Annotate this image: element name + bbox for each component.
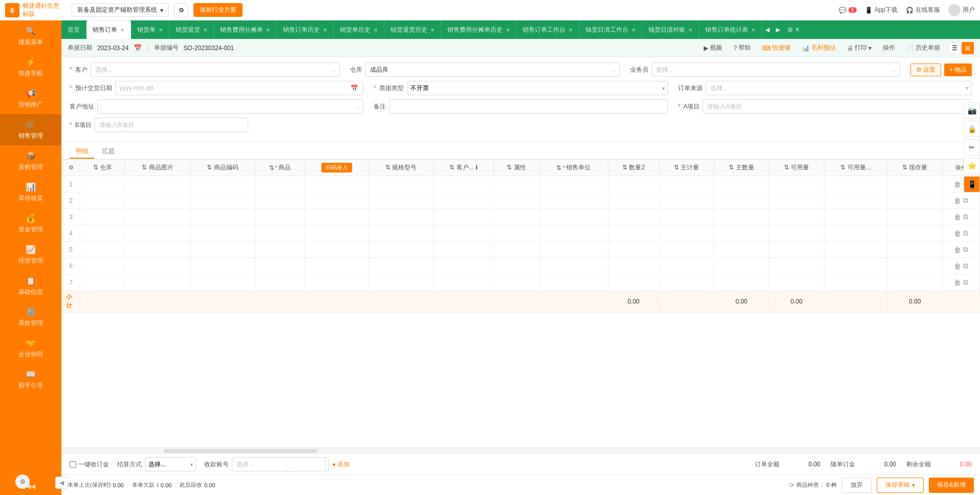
list-view-button[interactable]: ☰ bbox=[948, 42, 961, 54]
tab-close-cash-daily-workbench[interactable]: ✕ bbox=[631, 27, 636, 33]
th-settings[interactable]: ⚙ bbox=[62, 160, 80, 176]
invoice-type-select[interactable]: 不开票 增值税普通发票 增值税专用发票 bbox=[407, 81, 668, 95]
one-click-checkbox[interactable] bbox=[70, 461, 76, 468]
tab-nav-left[interactable]: ◀ bbox=[762, 26, 773, 33]
view-video-button[interactable]: ▶ 视频 bbox=[701, 42, 725, 53]
row-copy-icon[interactable]: ⧉ bbox=[963, 212, 968, 221]
row-delete-icon[interactable]: 🗑 bbox=[954, 278, 961, 287]
settlement-select[interactable]: 选择... bbox=[145, 457, 196, 471]
profit-estimate-button[interactable]: 📊 毛利预估 bbox=[799, 42, 839, 53]
tab-cash-reconcile[interactable]: 钱货日清对账 ✕ bbox=[642, 20, 699, 39]
order-source-arrow[interactable]: ▾ bbox=[966, 84, 969, 92]
tab-close-sales-expense-history[interactable]: ✕ bbox=[506, 27, 510, 33]
save-new-button[interactable]: 保存&新增 bbox=[929, 478, 974, 493]
rf-btn-mobile[interactable]: 📱 bbox=[964, 176, 980, 192]
message-button[interactable]: 💬 9 App下载 bbox=[839, 7, 857, 14]
scan-button[interactable]: 扫码录入 bbox=[321, 163, 352, 173]
row-delete-icon[interactable]: 🗑 bbox=[954, 262, 961, 270]
tab-close-sales-stats[interactable]: ✕ bbox=[751, 27, 755, 33]
a-project-input[interactable] bbox=[703, 99, 972, 114]
sidebar-collapse-button[interactable]: ◀ bbox=[55, 477, 68, 489]
sidebar-item-sales[interactable]: 🛒 销售管理 bbox=[0, 114, 61, 145]
salesperson-dots[interactable]: … bbox=[891, 66, 897, 73]
sidebar-item-inventory[interactable]: 📊 库存核算 bbox=[0, 177, 61, 208]
help-button[interactable]: ? 帮助 bbox=[730, 42, 754, 53]
add-goods-button[interactable]: + 物品 bbox=[944, 63, 972, 76]
discard-button[interactable]: 放弃 bbox=[842, 478, 872, 493]
sidebar-item-base-info[interactable]: 📋 基础信息 bbox=[0, 270, 61, 302]
sidebar-item-quick-nav[interactable]: ⚡ 快捷导航 bbox=[0, 52, 61, 83]
row-delete-icon[interactable]: 🗑 bbox=[954, 229, 961, 238]
tab-close-sales-bill-history[interactable]: ✕ bbox=[374, 27, 378, 33]
tab-sales-order-workbench[interactable]: 销售订单工作台 ✕ bbox=[516, 20, 579, 39]
tab-sales-expense[interactable]: 销售费用分摊单 ✕ bbox=[214, 20, 277, 39]
note-input[interactable] bbox=[389, 99, 667, 114]
rf-btn-edit[interactable]: ✏ bbox=[964, 139, 980, 156]
credit-info-icon[interactable]: ℹ bbox=[157, 482, 159, 488]
tab-more-button[interactable]: ⊞ ✕ bbox=[783, 26, 804, 33]
save-draft-button[interactable]: 保存草稿 ▾ bbox=[877, 478, 924, 493]
warehouse-input[interactable] bbox=[365, 62, 620, 77]
tab-close-sales-expense[interactable]: ✕ bbox=[266, 27, 270, 33]
th-scan[interactable]: 扫码录入 bbox=[304, 160, 368, 176]
row-copy-icon[interactable]: ⧉ bbox=[963, 245, 968, 254]
sidebar-item-marketing[interactable]: 📢 营销推广 bbox=[0, 83, 61, 114]
row-delete-icon[interactable]: 🗑 bbox=[954, 197, 961, 205]
sidebar-item-guide[interactable]: 📖 新手引导 bbox=[0, 364, 61, 395]
sidebar-toggle-button[interactable]: ◀◀ bbox=[0, 478, 61, 495]
tab-sales-order[interactable]: 销售订单 ✕ bbox=[86, 20, 131, 39]
tab-close-sales-order[interactable]: ✕ bbox=[120, 27, 124, 33]
tab-close-sales-return-history[interactable]: ✕ bbox=[430, 27, 434, 33]
customer-input[interactable] bbox=[91, 62, 340, 77]
tab-cash-daily-workbench[interactable]: 钱货日清工作台 ✕ bbox=[579, 20, 642, 39]
user-avatar[interactable]: 用户 bbox=[948, 4, 975, 16]
tab-summary[interactable]: 汇总 bbox=[96, 145, 121, 159]
tab-close-sales-bill[interactable]: ✕ bbox=[159, 27, 163, 33]
sidebar-item-search[interactable]: 🔍 搜索菜单 bbox=[0, 20, 61, 52]
tab-sales-bill-history[interactable]: 销货单历史 ✕ bbox=[334, 20, 384, 39]
horizontal-scrollbar[interactable] bbox=[61, 447, 980, 454]
calendar-icon[interactable]: 📅 bbox=[349, 84, 360, 92]
history-button[interactable]: 📄 历史单据 bbox=[903, 42, 943, 53]
tab-close-sales-order-workbench[interactable]: ✕ bbox=[569, 27, 573, 33]
add-payment-button[interactable]: ● 添加 bbox=[332, 460, 350, 469]
row-copy-icon[interactable]: ⧉ bbox=[963, 229, 968, 238]
shortcut-button[interactable]: ⌨ 快捷键 bbox=[759, 42, 794, 53]
tab-sales-bill[interactable]: 销货单 ✕ bbox=[131, 20, 169, 39]
row-copy-icon[interactable]: ⧉ bbox=[963, 278, 968, 287]
tab-sales-stats[interactable]: 销售订单统计表 ✕ bbox=[699, 20, 762, 39]
tab-nav-right[interactable]: ▶ bbox=[773, 26, 783, 33]
b-project-input[interactable] bbox=[95, 118, 248, 132]
industry-solution-button[interactable]: 体验行业方案 bbox=[193, 3, 243, 17]
scroll-thumb[interactable] bbox=[164, 449, 317, 453]
tab-detail[interactable]: 明细 bbox=[70, 145, 94, 159]
sidebar-item-purchase[interactable]: 📦 采购管理 bbox=[0, 145, 61, 177]
sidebar-item-enterprise[interactable]: 🤝 企业协同 bbox=[0, 333, 61, 364]
app-download-button[interactable]: 📱 App下载 bbox=[865, 6, 898, 14]
customer-dots[interactable]: … bbox=[331, 66, 337, 73]
system-selector[interactable]: 装备及固定资产辅助管理系统 ▾ bbox=[72, 3, 169, 17]
account-dots[interactable]: … bbox=[284, 461, 290, 468]
address-dots[interactable]: … bbox=[354, 103, 360, 110]
ops-button[interactable]: 操作 bbox=[880, 42, 898, 53]
row-delete-icon[interactable]: 🗑 bbox=[954, 213, 961, 221]
sidebar-item-finance[interactable]: 💰 资金管理 bbox=[0, 208, 61, 239]
tab-close-sales-order-history[interactable]: ✕ bbox=[323, 27, 327, 33]
tab-sales-return-history[interactable]: 销货退货历史 ✕ bbox=[384, 20, 441, 39]
order-source-input[interactable] bbox=[706, 81, 972, 95]
tab-close-sales-return[interactable]: ✕ bbox=[203, 27, 207, 33]
row-delete-icon[interactable]: 🗑 bbox=[954, 180, 961, 188]
product-count-refresh-icon[interactable]: ⟳ bbox=[789, 482, 794, 489]
bottom-gear-icon[interactable]: ⚙ bbox=[15, 475, 30, 489]
tab-sales-return[interactable]: 销货退货 ✕ bbox=[169, 20, 214, 39]
settings-button[interactable]: ⚙ 设置 bbox=[910, 63, 941, 76]
rf-btn-lock[interactable]: 🔒 bbox=[964, 121, 980, 137]
online-service-button[interactable]: 🎧 在线客服 bbox=[906, 6, 940, 14]
account-input[interactable] bbox=[232, 457, 326, 471]
delivery-date-input[interactable] bbox=[115, 81, 364, 95]
rf-btn-camera[interactable]: 📷 bbox=[964, 102, 980, 119]
salesperson-input[interactable] bbox=[651, 62, 900, 77]
warehouse-dots[interactable]: … bbox=[611, 66, 617, 73]
sidebar-item-management[interactable]: 📈 经营管理 bbox=[0, 239, 61, 270]
tab-sales-order-history[interactable]: 销售订单历史 ✕ bbox=[277, 20, 334, 39]
